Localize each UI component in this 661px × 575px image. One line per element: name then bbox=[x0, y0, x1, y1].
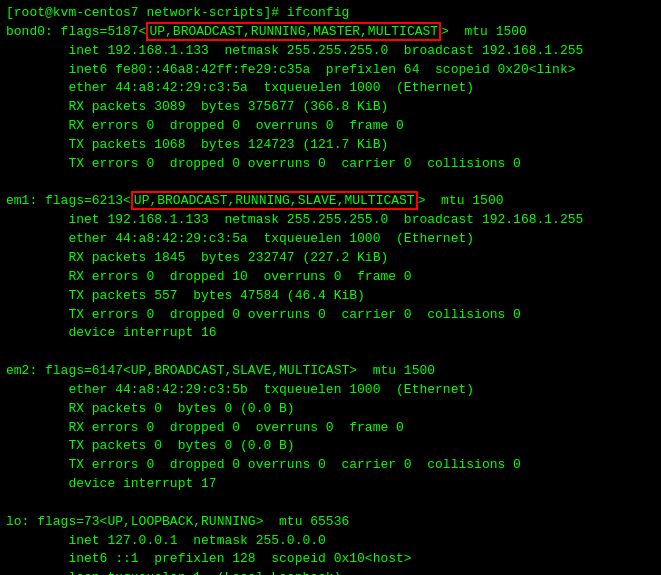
em2-line-1: ether 44:a8:42:29:c3:5b txqueuelen 1000 … bbox=[6, 381, 655, 400]
prompt-line: [root@kvm-centos7 network-scripts]# ifco… bbox=[6, 4, 655, 23]
bond0-header: bond0: flags=5187<UP,BROADCAST,RUNNING,M… bbox=[6, 23, 655, 42]
em2-line-2: RX packets 0 bytes 0 (0.0 B) bbox=[6, 400, 655, 419]
bond0-line-7: TX errors 0 dropped 0 overruns 0 carrier… bbox=[6, 155, 655, 174]
em1-header-post: > mtu 1500 bbox=[418, 193, 504, 208]
em1-line-7: device interrupt 16 bbox=[6, 324, 655, 343]
em1-line-6: TX errors 0 dropped 0 overruns 0 carrier… bbox=[6, 306, 655, 325]
bond0-flags-box: UP,BROADCAST,RUNNING,MASTER,MULTICAST bbox=[146, 22, 441, 41]
em1-header-pre: em1: flags=6213< bbox=[6, 193, 131, 208]
em1-line-3: RX packets 1845 bytes 232747 (227.2 KiB) bbox=[6, 249, 655, 268]
em2-line-5: TX errors 0 dropped 0 overruns 0 carrier… bbox=[6, 456, 655, 475]
lo-header: lo: flags=73<UP,LOOPBACK,RUNNING> mtu 65… bbox=[6, 513, 655, 532]
lo-line-1: inet 127.0.0.1 netmask 255.0.0.0 bbox=[6, 532, 655, 551]
em2-line-4: TX packets 0 bytes 0 (0.0 B) bbox=[6, 437, 655, 456]
bond0-line-6: TX packets 1068 bytes 124723 (121.7 KiB) bbox=[6, 136, 655, 155]
em2-line-3: RX errors 0 dropped 0 overruns 0 frame 0 bbox=[6, 419, 655, 438]
em2-line-6: device interrupt 17 bbox=[6, 475, 655, 494]
terminal-window: [root@kvm-centos7 network-scripts]# ifco… bbox=[0, 0, 661, 575]
bond0-line-2: inet6 fe80::46a8:42ff:fe29:c35a prefixle… bbox=[6, 61, 655, 80]
lo-line-2: inet6 ::1 prefixlen 128 scopeid 0x10<hos… bbox=[6, 550, 655, 569]
bond0-header-pre: bond0: flags=5187< bbox=[6, 24, 146, 39]
bond0-line-4: RX packets 3089 bytes 375677 (366.8 KiB) bbox=[6, 98, 655, 117]
bond0-header-post: > mtu 1500 bbox=[441, 24, 527, 39]
em2-header: em2: flags=6147<UP,BROADCAST,SLAVE,MULTI… bbox=[6, 362, 655, 381]
lo-line-3: loop txqueuelen 1 (Local Loopback) bbox=[6, 569, 655, 575]
em1-line-2: ether 44:a8:42:29:c3:5a txqueuelen 1000 … bbox=[6, 230, 655, 249]
em1-line-4: RX errors 0 dropped 10 overruns 0 frame … bbox=[6, 268, 655, 287]
bond0-line-1: inet 192.168.1.133 netmask 255.255.255.0… bbox=[6, 42, 655, 61]
bond0-line-3: ether 44:a8:42:29:c3:5a txqueuelen 1000 … bbox=[6, 79, 655, 98]
bond0-line-5: RX errors 0 dropped 0 overruns 0 frame 0 bbox=[6, 117, 655, 136]
em1-line-1: inet 192.168.1.133 netmask 255.255.255.0… bbox=[6, 211, 655, 230]
em1-line-5: TX packets 557 bytes 47584 (46.4 KiB) bbox=[6, 287, 655, 306]
em1-flags-box: UP,BROADCAST,RUNNING,SLAVE,MULTICAST bbox=[131, 191, 418, 210]
em1-header: em1: flags=6213<UP,BROADCAST,RUNNING,SLA… bbox=[6, 192, 655, 211]
